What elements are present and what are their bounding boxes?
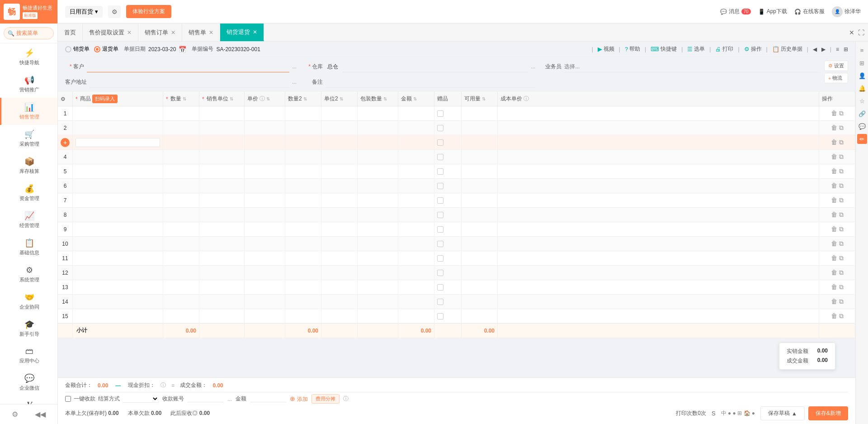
trial-btn[interactable]: 体验行业方案	[126, 5, 171, 18]
one-click-payment-check[interactable]	[65, 396, 71, 402]
gift-check-3[interactable]	[437, 139, 443, 146]
panel-icon-star[interactable]: ☆	[857, 96, 867, 106]
del-9[interactable]: 🗑	[831, 225, 837, 233]
gift-check-5[interactable]	[437, 168, 443, 175]
action-menu[interactable]: ☰ 选单	[687, 45, 705, 53]
product-input-1[interactable]	[75, 110, 160, 118]
qty-input-1[interactable]	[166, 110, 196, 118]
add-row-btn[interactable]: +	[61, 138, 70, 147]
delete-row-1[interactable]: 🗑	[831, 110, 837, 117]
action-history[interactable]: 📋 历史单据	[772, 45, 802, 53]
del-7[interactable]: 🗑	[831, 196, 837, 204]
gift-check-1[interactable]	[437, 110, 443, 117]
payment-method-select[interactable]	[123, 395, 159, 403]
sort-pack[interactable]: ⇅	[383, 96, 387, 101]
tab-home[interactable]: 首页	[58, 24, 83, 41]
action-shortcut[interactable]: ⌨ 快捷键	[651, 45, 677, 53]
gift-check-9[interactable]	[437, 226, 443, 233]
copy-8[interactable]: ⧉	[839, 211, 844, 219]
tab-sales-order[interactable]: 销售订单 ✕	[138, 24, 182, 41]
copy-row-1[interactable]: ⧉	[839, 110, 844, 117]
del-14[interactable]: 🗑	[831, 298, 837, 305]
qty2-input-1[interactable]	[288, 110, 318, 118]
save-new-btn[interactable]: 保存&新增	[808, 406, 848, 420]
date-picker-btn[interactable]: 📅	[179, 46, 186, 53]
panel-icon-list[interactable]: ≡	[857, 45, 867, 55]
gift-check-13[interactable]	[437, 284, 443, 291]
remark-input[interactable]	[326, 76, 535, 88]
panel-icon-grid[interactable]: ⊞	[857, 58, 867, 68]
copy-9[interactable]: ⧉	[839, 225, 844, 233]
sidebar-item-newbie[interactable]: 🎓 新手引导	[0, 315, 57, 342]
tab-close-order[interactable]: ✕	[171, 29, 175, 36]
panel-icon-chat[interactable]: 💬	[857, 121, 867, 131]
gift-check-7[interactable]	[437, 197, 443, 204]
action-operate[interactable]: ⚙ 操作	[744, 45, 762, 53]
tab-close-all-icon[interactable]: ✕	[849, 29, 854, 36]
action-help[interactable]: ? 帮助	[625, 45, 640, 53]
action-print[interactable]: 🖨 打印	[715, 45, 733, 53]
panel-icon-user[interactable]: 👤	[857, 71, 867, 81]
logistics-btn[interactable]: + 物流	[824, 73, 848, 83]
gift-check-15[interactable]	[437, 313, 443, 319]
cost-input-1[interactable]	[500, 110, 816, 118]
nav-category-select[interactable]: 日用百货 ▾	[65, 6, 103, 18]
copy-13[interactable]: ⧉	[839, 283, 844, 291]
fee-split-btn[interactable]: 费用分摊	[311, 394, 340, 404]
sidebar-item-system[interactable]: ⚙ 系统管理	[0, 261, 57, 288]
sidebar-settings-btn[interactable]: ⚙	[10, 408, 20, 420]
copy-row-2[interactable]: ⧉	[839, 124, 844, 132]
radio-sales-bill[interactable]: 销货单	[65, 45, 90, 53]
tab-sales-return[interactable]: 销货退货 ✕	[220, 24, 264, 41]
fee-help-icon[interactable]: ⓘ	[343, 395, 349, 403]
copy-12[interactable]: ⧉	[839, 269, 844, 276]
sidebar-item-purchase[interactable]: 🛒 采购管理	[0, 125, 57, 152]
action-view-list[interactable]: ≡	[836, 46, 839, 52]
panel-icon-edit[interactable]: ✏	[857, 134, 867, 144]
del-5[interactable]: 🗑	[831, 167, 837, 175]
copy-14[interactable]: ⧉	[839, 298, 844, 305]
tab-close-return[interactable]: ✕	[253, 29, 257, 35]
del-10[interactable]: 🗑	[831, 240, 837, 248]
sidebar-item-operations[interactable]: 📈 经营管理	[0, 206, 57, 233]
address-input[interactable]	[90, 76, 289, 88]
gift-check-4[interactable]	[437, 154, 443, 160]
account-more-btn[interactable]: ...	[227, 396, 232, 402]
sort-amount[interactable]: ⇅	[413, 96, 417, 101]
panel-icon-bell[interactable]: 🔔	[857, 83, 867, 93]
payment-amount-input[interactable]	[250, 395, 286, 402]
sidebar-item-marketing[interactable]: 📢 营销推广	[0, 71, 57, 98]
pack-input-1[interactable]	[360, 110, 395, 118]
product-input-3[interactable]	[75, 138, 160, 147]
sort-available[interactable]: ⇅	[482, 96, 486, 101]
account-input[interactable]	[188, 395, 224, 402]
app-download-btn[interactable]: 📱 App下载	[758, 8, 787, 15]
sidebar-item-wechat[interactable]: 💬 企业微信	[0, 369, 57, 396]
gift-check-14[interactable]	[437, 299, 443, 305]
search-menu-button[interactable]: 🔍 搜索菜单	[4, 27, 54, 39]
copy-row-3[interactable]: ⧉	[839, 138, 844, 146]
available-input-1[interactable]	[464, 110, 495, 118]
sidebar-item-member[interactable]: V 畅会员	[0, 396, 57, 404]
product-input-2[interactable]	[75, 124, 160, 132]
sidebar-item-shortcut[interactable]: ⚡ 快捷导航	[0, 43, 57, 71]
sidebar-item-finance[interactable]: 💰 资金管理	[0, 179, 57, 206]
tab-close-bill[interactable]: ✕	[209, 29, 213, 36]
user-profile-btn[interactable]: 👤 徐泽华	[832, 6, 861, 17]
action-next[interactable]: ▶	[821, 46, 826, 52]
tab-price-settings[interactable]: 售价提取设置 ✕	[83, 24, 138, 41]
action-video[interactable]: ▶ 视频	[598, 45, 614, 53]
gift-check-2[interactable]	[437, 125, 443, 131]
copy-10[interactable]: ⧉	[839, 240, 844, 248]
del-11[interactable]: 🗑	[831, 254, 837, 262]
del-8[interactable]: 🗑	[831, 211, 837, 219]
copy-6[interactable]: ⧉	[839, 182, 844, 190]
sidebar-item-inventory[interactable]: 📦 库存核算	[0, 152, 57, 179]
customer-more-btn[interactable]: ...	[292, 63, 297, 70]
gift-check-8[interactable]	[437, 212, 443, 218]
copy-5[interactable]: ⧉	[839, 167, 844, 175]
cost-info-icon[interactable]: ⓘ	[524, 95, 529, 103]
copy-15[interactable]: ⧉	[839, 312, 844, 320]
delete-row-3[interactable]: 🗑	[831, 138, 837, 146]
radio-return-bill[interactable]: 退货单	[94, 45, 118, 53]
